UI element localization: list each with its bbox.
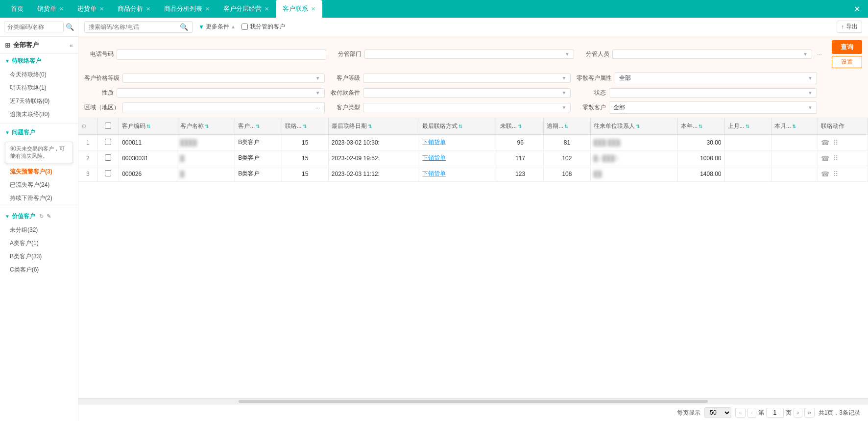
more-actions-icon[interactable]: ⠿ [833,154,838,162]
last-page-button[interactable]: » [804,408,815,418]
sidebar-item-tomorrow[interactable]: 明天待联络(1) [0,81,78,95]
sidebar-search-input[interactable] [4,22,64,32]
nature-select[interactable]: ▼ [117,88,325,98]
dept-select[interactable]: ▼ [364,50,574,59]
phone-input[interactable] [117,49,326,60]
more-actions-icon[interactable]: ⠿ [833,139,838,147]
sort-type-icon[interactable]: ⇅ [256,124,260,129]
sidebar-collapse-icon[interactable]: « [70,42,73,49]
sidebar-group-problem-title[interactable]: ▼ 问题客户 [0,125,78,140]
tab-purchase[interactable]: 进货单 ✕ [71,0,111,18]
contact-icon[interactable]: ☎ [821,139,829,147]
price-level-select[interactable]: ▼ [122,74,325,83]
value-refresh-icon[interactable]: ↻ [39,213,44,220]
sidebar-item-today[interactable]: 今天待联络(0) [0,68,78,81]
filter-search-input[interactable] [89,24,177,30]
bottom-bar: 每页显示 50 100 200 « ‹ 第 页 › » 共1页，3条记录 [78,404,868,421]
sidebar-item-b-class[interactable]: B类客户(33) [0,250,78,263]
sort-this-month-icon[interactable]: ⇅ [792,124,796,129]
filter-more-conditions[interactable]: ▼ 更多条件 ▲ [198,23,236,31]
settings-button[interactable]: 设置 [832,56,862,68]
sidebar-item-a-class[interactable]: A类客户(1) [0,237,78,250]
method-link[interactable]: 下销货单 [422,170,446,177]
filter-retail: 零散客户 全部 ▼ [577,101,817,114]
export-button[interactable]: ↑ 导出 [837,21,862,33]
sidebar-item-downgrade[interactable]: 持续下滑客户(2) [0,192,78,205]
close-sales-icon[interactable]: ✕ [59,6,64,12]
retail-select[interactable]: 全部 ▼ [609,101,817,114]
contact-icon[interactable]: ☎ [821,170,829,178]
sidebar-item-ungroup[interactable]: 未分组(32) [0,223,78,237]
sidebar-item-churn-warning[interactable]: 流失预警客户(3) [0,165,78,178]
sort-year-icon[interactable]: ⇅ [699,124,702,129]
filter-row-1: 电话号码 分管部门 ▼ 分管人员 ▼ ··· [84,40,862,68]
page-size-select[interactable]: 50 100 200 [704,407,731,418]
select-all-checkbox[interactable] [105,123,111,129]
region-dots[interactable]: ··· [315,104,320,111]
sort-date-icon[interactable]: ⇅ [368,124,372,129]
prev-page-button[interactable]: ‹ [747,408,756,418]
region-select[interactable]: ··· [122,102,325,113]
cell-action: ☎ ⠿ [818,166,868,182]
close-analysis-list-icon[interactable]: ✕ [205,6,210,12]
sort-name-icon[interactable]: ⇅ [205,124,209,129]
cell-code: 00030031 [119,150,177,166]
sidebar-group-pending: ▼ 待联络客户 今天待联络(0) 明天待联络(1) 近7天待联络(0) 逾期未联… [0,54,78,121]
sort-not-contact-icon[interactable]: ⇅ [518,124,522,129]
tab-customer-segment[interactable]: 客户分层经营 ✕ [217,0,276,18]
row-checkbox[interactable] [105,139,111,145]
close-contact-icon[interactable]: ✕ [311,6,315,12]
tab-analysis-list[interactable]: 商品分析列表 ✕ [157,0,217,18]
retail-attr-select[interactable]: 全部 ▼ [615,72,817,84]
sidebar-item-c-class[interactable]: C类客户(6) [0,263,78,276]
sidebar-item-overdue[interactable]: 逾期未联络(30) [0,108,78,121]
query-button[interactable]: 查询 [832,40,862,54]
tab-customer-contact[interactable]: 客户联系 ✕ [276,0,322,18]
th-unit-contact: 往来单位联系人⇅ [590,118,678,135]
close-analysis-icon[interactable]: ✕ [146,6,150,12]
filter-search-button[interactable]: 🔍 [180,23,188,31]
tab-analysis[interactable]: 商品分析 ✕ [111,0,157,18]
my-customers-checkbox[interactable]: 我分管的客户 [241,23,285,31]
value-edit-icon[interactable]: ✎ [47,213,51,220]
page-number-input[interactable] [766,408,784,418]
sort-last-month-icon[interactable]: ⇅ [746,124,749,129]
tab-home[interactable]: 首页 [4,0,30,18]
manager-select[interactable]: ▼ [612,50,812,59]
close-segment-icon[interactable]: ✕ [265,6,269,12]
sort-overdue-icon[interactable]: ⇅ [564,124,568,129]
sidebar-group-value-title[interactable]: ▼ 价值客户 ↻ ✎ [0,209,78,223]
sidebar-item-week[interactable]: 近7天待联络(0) [0,95,78,108]
status-select[interactable]: ▼ [609,88,817,98]
th-last-date: 最后联络日期⇅ [328,118,419,135]
my-customers-check-input[interactable] [241,24,248,30]
cell-overdue: 81 [544,135,590,150]
status-label: 状态 [577,89,606,97]
row-checkbox[interactable] [105,154,111,161]
contact-icon[interactable]: ☎ [821,154,829,162]
sort-method-icon[interactable]: ⇅ [458,124,462,129]
more-actions-icon[interactable]: ⠿ [833,170,838,178]
manager-dots[interactable]: ··· [817,51,822,58]
method-link[interactable]: 下销货单 [422,139,446,146]
method-link[interactable]: 下销货单 [422,154,446,161]
tab-sales[interactable]: 销货单 ✕ [30,0,71,18]
customer-type-select[interactable]: ▼ [363,103,571,112]
row-checkbox[interactable] [105,170,111,176]
customer-level-select[interactable]: ▼ [363,74,571,83]
horizontal-scrollbar[interactable] [239,400,708,403]
sidebar-item-churned[interactable]: 已流失客户(24) [0,178,78,192]
close-purchase-icon[interactable]: ✕ [99,6,104,12]
th-settings[interactable]: ⚙ [78,118,97,135]
sort-code-icon[interactable]: ⇅ [146,124,150,129]
filter-row-3: 性质 ▼ 收付款条件 ▼ 状态 [84,88,862,98]
sidebar-all-customers[interactable]: ⊞ 全部客户 « [0,37,78,54]
payment-select[interactable]: ▼ [363,88,571,98]
grid-icon: ⊞ [5,42,10,49]
sort-unit-icon[interactable]: ⇅ [636,124,640,129]
next-page-button[interactable]: › [794,408,802,418]
window-close-button[interactable]: ✕ [850,4,864,14]
first-page-button[interactable]: « [735,408,746,418]
sidebar-group-pending-title[interactable]: ▼ 待联络客户 [0,54,78,68]
sort-contact-icon[interactable]: ⇅ [303,124,307,129]
